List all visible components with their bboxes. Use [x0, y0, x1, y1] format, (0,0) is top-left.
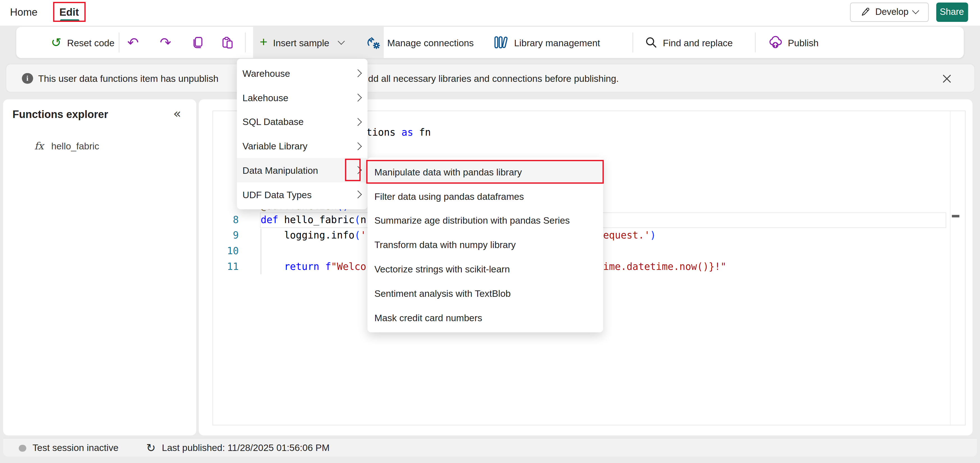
- submenu-item-vectorize-scikit[interactable]: Vectorize strings with scikit-learn: [368, 257, 603, 281]
- banner-text-left: This user data functions item has unpubl…: [38, 64, 218, 92]
- function-list-item[interactable]: fx hello_fabric: [3, 136, 196, 156]
- publish-cloud-icon: [767, 36, 782, 49]
- manage-connections-icon: [366, 35, 382, 51]
- function-name-label: hello_fabric: [51, 141, 99, 151]
- paste-button[interactable]: [221, 27, 234, 58]
- library-management-label: Library management: [514, 37, 600, 48]
- line-number: 8: [213, 212, 239, 228]
- chevron-down-icon: [337, 38, 345, 45]
- menu-item-sql-database[interactable]: SQL Database: [237, 109, 368, 134]
- info-icon: i: [22, 73, 33, 84]
- share-button[interactable]: Share: [936, 2, 968, 22]
- chevron-right-icon: [353, 94, 361, 101]
- undo-icon: ↶: [127, 35, 139, 51]
- toolbar: ↺ Reset code ↶ ↷ + Insert sample: [16, 27, 964, 58]
- toolbar-divider: [119, 33, 119, 52]
- develop-button[interactable]: Develop: [850, 2, 929, 22]
- submenu-item-mask-credit-card[interactable]: Mask credit card numbers: [368, 305, 603, 329]
- menu-item-variable-library[interactable]: Variable Library: [237, 134, 368, 158]
- banner-text-right: dd all necessary libraries and connectio…: [368, 64, 619, 92]
- tab-home[interactable]: Home: [10, 6, 38, 17]
- find-and-replace-label: Find and replace: [663, 37, 733, 48]
- find-and-replace-button[interactable]: Find and replace: [644, 27, 733, 58]
- insert-sample-label: Insert sample: [273, 37, 329, 48]
- paste-icon: [221, 36, 234, 49]
- search-icon: [644, 36, 657, 49]
- develop-button-label: Develop: [875, 7, 908, 17]
- menu-item-lakehouse[interactable]: Lakehouse: [237, 86, 368, 109]
- line-number: 11: [213, 259, 239, 275]
- library-management-icon: [493, 35, 508, 50]
- publish-button[interactable]: Publish: [767, 27, 818, 58]
- share-button-label: Share: [940, 7, 964, 17]
- line-number: 10: [213, 244, 239, 259]
- sync-icon[interactable]: ↻: [146, 438, 156, 457]
- redo-icon: ↷: [160, 35, 171, 51]
- submenu-item-sentiment-textblob[interactable]: Sentiment analysis with TextBlob: [368, 281, 603, 305]
- chevron-right-icon: [353, 143, 361, 150]
- chevron-down-icon: [912, 7, 919, 14]
- annotation-box-manipulate-pandas: [366, 160, 604, 184]
- reset-code-button[interactable]: ↺ Reset code: [51, 27, 115, 58]
- reset-code-label: Reset code: [67, 37, 115, 48]
- submenu-item-summarize-age[interactable]: Summarize age distribution with pandas S…: [368, 209, 603, 233]
- collapse-panel-button[interactable]: «: [173, 106, 181, 121]
- code-line-8: def hello_fabric(n: [261, 212, 366, 228]
- code-line-9-fragment: equest.'): [603, 228, 656, 244]
- undo-button[interactable]: ↶: [127, 27, 139, 58]
- chevron-right-icon: [353, 118, 361, 125]
- insert-sample-button[interactable]: + Insert sample: [253, 27, 383, 58]
- top-bar: Home Edit Develop Share: [0, 0, 980, 25]
- library-management-button[interactable]: Library management: [493, 27, 600, 58]
- scrollbar-gutter-line: [950, 111, 951, 425]
- close-icon: [942, 73, 952, 84]
- toolbar-divider: [245, 33, 245, 52]
- pencil-icon: [861, 7, 871, 17]
- chevron-right-icon: [353, 70, 361, 77]
- functions-explorer-panel: Functions explorer « fx hello_fabric: [3, 99, 196, 435]
- code-line-11-fragment: ime.datetime.now()}!": [603, 259, 726, 275]
- annotation-box-data-manipulation-chevron: [345, 159, 360, 181]
- menu-item-udf-data-types[interactable]: UDF Data Types: [237, 182, 368, 206]
- copy-button[interactable]: [191, 27, 203, 58]
- last-published-label: Last published: 11/28/2025 01:56:06 PM: [162, 438, 329, 457]
- menu-item-warehouse[interactable]: Warehouse: [237, 61, 368, 85]
- function-icon: fx: [35, 140, 44, 152]
- session-status-label: Test session inactive: [32, 438, 119, 457]
- banner-close-button[interactable]: [942, 73, 952, 84]
- session-status-dot: [19, 444, 26, 452]
- code-line-3-fragment: tions as fn: [366, 125, 431, 140]
- manage-connections-label: Manage connections: [387, 37, 474, 48]
- submenu-item-transform-numpy[interactable]: Transform data with numpy library: [368, 233, 603, 257]
- annotation-box-edit-tab: [53, 2, 85, 22]
- toolbar-divider: [632, 33, 633, 52]
- scrollbar-cursor-mark[interactable]: [952, 215, 959, 217]
- code-line-9: logging.info(': [261, 228, 366, 244]
- copy-icon: [191, 36, 203, 49]
- app-window: Home Edit Develop Share ↺ Reset code ↶ ↷: [0, 0, 980, 463]
- insert-sample-menu: Warehouse Lakehouse SQL Database Variabl…: [237, 59, 368, 209]
- publish-label: Publish: [788, 37, 819, 48]
- code-line-11: return f"Welco: [261, 259, 366, 275]
- line-number: 9: [213, 228, 239, 244]
- submenu-item-filter-pandas[interactable]: Filter data using pandas dataframes: [368, 184, 603, 208]
- toolbar-divider: [755, 33, 756, 52]
- redo-button[interactable]: ↷: [160, 27, 171, 58]
- plus-icon: +: [260, 35, 267, 49]
- functions-explorer-title: Functions explorer: [13, 109, 108, 121]
- status-bar: Test session inactive ↻ Last published: …: [3, 438, 977, 457]
- info-banner: i This user data functions item has unpu…: [6, 63, 975, 92]
- reset-icon: ↺: [51, 35, 61, 50]
- chevron-right-icon: [353, 191, 361, 198]
- manage-connections-button[interactable]: Manage connections: [366, 27, 474, 58]
